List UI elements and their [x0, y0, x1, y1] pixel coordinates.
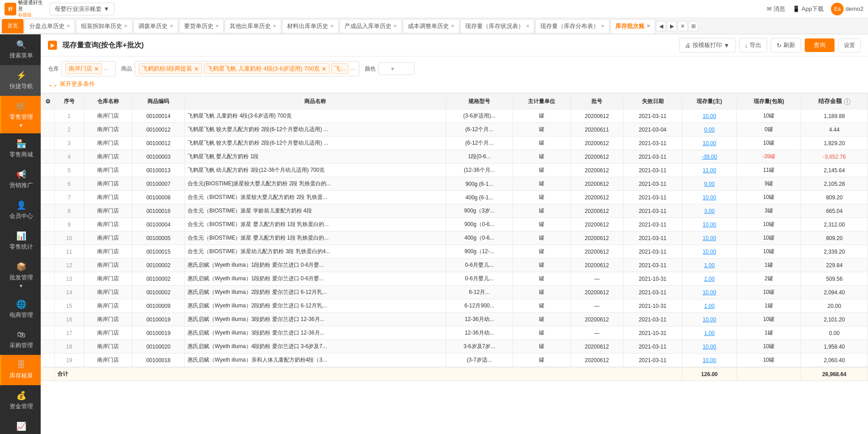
- cell-stock-main[interactable]: 10.00: [682, 218, 737, 231]
- tab-3[interactable]: 调拨单历史 ✕: [133, 19, 178, 33]
- cell-stock-main[interactable]: 10.00: [682, 137, 737, 150]
- tab-4-close[interactable]: ✕: [215, 24, 219, 28]
- cell-unit: 罐: [513, 326, 571, 340]
- goods-input[interactable]: 飞鹤奶粉3段两提装 ✕ 飞鹤星飞帆 儿童奶粉 4段(3-6岁适用) 700克 ✕…: [135, 61, 359, 76]
- cell-batch: 20200612: [571, 354, 623, 368]
- cell-stock-main[interactable]: 10.00: [682, 354, 737, 368]
- col-header-spec: 规格型号: [446, 94, 513, 109]
- tab-3-close[interactable]: ✕: [170, 24, 173, 28]
- cell-stock-main[interactable]: 10.00: [682, 109, 737, 123]
- sidebar-item-retail-shop[interactable]: 🏪 零售商城: [0, 133, 41, 164]
- tab-2[interactable]: 组装拆卸单历史 ✕: [76, 19, 132, 33]
- tab-9[interactable]: 现存量（库存状况表） ✕: [460, 19, 534, 33]
- cell-stock-main[interactable]: -39.00: [682, 150, 737, 164]
- tab-prev-btn[interactable]: ◀: [656, 21, 666, 31]
- sidebar-item-wholesale[interactable]: 📦 批发管理 ▼: [0, 256, 41, 294]
- tab-10-close[interactable]: ✕: [601, 24, 604, 28]
- goods-tag-1-close[interactable]: ✕: [194, 66, 199, 72]
- goods-tag-2-close[interactable]: ✕: [321, 66, 326, 72]
- cell-unit: 罐: [513, 218, 571, 231]
- tab-8[interactable]: 成本调整单历史 ✕: [403, 19, 459, 33]
- sidebar-item-retail-stats[interactable]: 📊 零售统计: [0, 226, 41, 256]
- account-selector[interactable]: 母婴行业演示账套 ▼: [50, 3, 114, 15]
- tab-11-close[interactable]: ✕: [646, 24, 650, 28]
- message-btn[interactable]: ✉ 消息: [767, 5, 785, 13]
- tab-home[interactable]: 首页: [2, 19, 24, 33]
- refresh-btn[interactable]: ↻ 刷新: [771, 38, 801, 52]
- cell-stock-main[interactable]: 3.00: [682, 204, 737, 218]
- sidebar-item-finance[interactable]: 💰 资金管理: [0, 385, 41, 416]
- tab-7-close[interactable]: ✕: [393, 24, 397, 28]
- sidebar-item-purchase[interactable]: 🛍 采购管理: [0, 325, 41, 355]
- balance-info-icon[interactable]: i: [844, 99, 850, 105]
- cell-stock-main[interactable]: 0.00: [682, 123, 737, 137]
- cell-stock-main[interactable]: 11.00: [682, 164, 737, 177]
- cell-warehouse: 南岸门店: [84, 177, 132, 191]
- cell-stock-main[interactable]: 2.00: [682, 272, 737, 286]
- cell-warehouse: 南岸门店: [84, 109, 132, 123]
- tab-1[interactable]: 分盘点单历史 ✕: [24, 19, 75, 33]
- query-btn[interactable]: 查询: [805, 38, 835, 52]
- cell-stock-main[interactable]: 1.00: [682, 299, 737, 313]
- cell-stock-main[interactable]: 10.00: [682, 231, 737, 245]
- message-label: 消息: [774, 5, 785, 13]
- sidebar-item-retail[interactable]: 🛒 零售管理 ▼: [0, 96, 41, 133]
- app-download-btn[interactable]: 📱 App下载: [793, 5, 824, 13]
- tab-5-close[interactable]: ✕: [273, 24, 276, 28]
- cell-unit: 罐: [513, 109, 571, 123]
- tab-6[interactable]: 材料出库单历史 ✕: [282, 19, 339, 33]
- warehouse-more-icon[interactable]: ···: [104, 66, 109, 72]
- sidebar-item-ops[interactable]: 📈 经营管理: [0, 416, 41, 434]
- cell-code: 00100007: [132, 177, 184, 191]
- cell-code: 00100002: [132, 272, 184, 286]
- goods-more-icon[interactable]: ···: [350, 66, 355, 72]
- cell-stock-main[interactable]: 10.00: [682, 245, 737, 259]
- cell-stock-main[interactable]: 10.00: [682, 313, 737, 326]
- tab-2-close[interactable]: ✕: [124, 24, 127, 28]
- export-btn[interactable]: ↓ 导出: [739, 38, 768, 52]
- tab-more-btn[interactable]: ⊞: [689, 21, 698, 31]
- color-input[interactable]: ▼: [378, 62, 415, 75]
- user-area[interactable]: Ea demo2: [831, 3, 863, 15]
- sidebar-item-quicknav[interactable]: ⚡ 快捷导航: [0, 65, 41, 96]
- cell-stock-pkg: 10罐: [737, 313, 801, 326]
- sidebar-item-search[interactable]: 🔍 搜索英单: [0, 34, 41, 65]
- tab-7[interactable]: 产成品入库单历史 ✕: [340, 19, 402, 33]
- sidebar-item-marketing[interactable]: 📢 营销推广: [0, 164, 41, 195]
- expand-conditions-btn[interactable]: ⌄⌄ 展开更多条件: [48, 80, 861, 88]
- tab-10[interactable]: 现存量（库存分布表） ✕: [535, 19, 609, 33]
- sidebar-item-ecommerce[interactable]: 🌐 电商管理: [0, 294, 41, 325]
- cell-batch: 20200612: [571, 286, 623, 299]
- cell-stock-main[interactable]: 10.00: [682, 340, 737, 354]
- cell-stock-main[interactable]: 10.00: [682, 191, 737, 204]
- collapse-btn[interactable]: ▶: [48, 41, 57, 50]
- col-header-settings[interactable]: ⚙: [41, 94, 55, 109]
- sidebar-item-member[interactable]: 👤 会员中心: [0, 195, 41, 226]
- cell-stock-pkg: -39罐: [737, 150, 801, 164]
- sidebar-item-inventory[interactable]: 🗄 库存核算: [0, 355, 41, 385]
- tab-8-close[interactable]: ✕: [451, 24, 454, 28]
- tab-1-close[interactable]: ✕: [66, 24, 70, 28]
- tab-6-close[interactable]: ✕: [330, 24, 334, 28]
- tab-4[interactable]: 要货单历史 ✕: [179, 19, 224, 33]
- cell-stock-pkg: 10罐: [737, 354, 801, 368]
- tab-9-close[interactable]: ✕: [526, 24, 529, 28]
- cell-warehouse: 南岸门店: [84, 272, 132, 286]
- cell-code: 00100002: [132, 259, 184, 272]
- cell-stock-main[interactable]: 9.00: [682, 177, 737, 191]
- cell-expire: 2021-03-11: [623, 137, 682, 150]
- warehouse-input[interactable]: 南岸门店 ✕ ···: [61, 61, 116, 76]
- settings-btn[interactable]: 设置: [838, 38, 861, 52]
- tab-5[interactable]: 其他出库单历史 ✕: [225, 19, 281, 33]
- cell-settings: [41, 164, 55, 177]
- template-print-btn[interactable]: 🖨 按模板打印 ▼: [679, 38, 736, 52]
- tab-11[interactable]: 库存批次账 ✕: [610, 19, 655, 33]
- tab-next-btn[interactable]: ▶: [667, 21, 677, 31]
- cell-name: 合生元（BIOSTIME）派星 婴儿配方奶粉 1段 乳铁蛋白的...: [185, 231, 446, 245]
- cell-spec: (6-12个月...: [446, 137, 513, 150]
- cell-stock-main[interactable]: 1.00: [682, 259, 737, 272]
- warehouse-tag-close[interactable]: ✕: [94, 66, 99, 72]
- cell-stock-main[interactable]: 1.00: [682, 326, 737, 340]
- tab-close-all-btn[interactable]: ✕: [678, 21, 688, 31]
- cell-stock-main[interactable]: 10.00: [682, 286, 737, 299]
